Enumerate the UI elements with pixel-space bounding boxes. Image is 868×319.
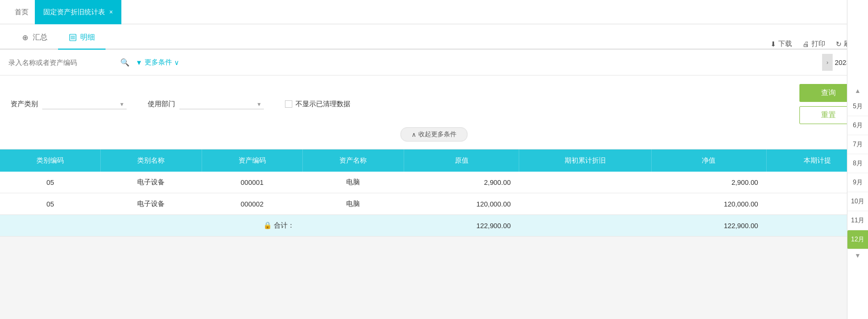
cell-category-code: 05 [0, 193, 100, 215]
collapse-bar: ∧ 收起更多条件 [11, 124, 857, 145]
checkbox-icon [285, 100, 292, 108]
toolbar-right: ⬇ 下载 🖨 打印 ↻ 刷新 [770, 39, 857, 49]
cell-asset-name: 电脑 [303, 172, 404, 193]
print-icon: 🖨 [803, 40, 809, 48]
hide-cleared-checkbox[interactable]: 不显示已清理数据 [285, 99, 350, 109]
tab-summary-label: 汇总 [33, 33, 47, 42]
asset-category-label: 资产类别 [11, 99, 38, 109]
table-header-row: 类别编码 类别名称 资产编码 资产名称 原值 期初累计折旧 净值 本期计提 [0, 149, 868, 172]
cell-asset-code: 000001 [202, 172, 303, 193]
top-nav: 首页 固定资产折旧统计表 × × [0, 0, 868, 24]
collapse-button[interactable]: ∧ 收起更多条件 [400, 127, 468, 142]
col-original-value: 原值 [404, 149, 519, 172]
download-button[interactable]: ⬇ 下载 [770, 39, 792, 49]
col-asset-name: 资产名称 [303, 149, 404, 172]
department-filter: 使用部门 [148, 99, 264, 109]
tab-detail-label: 明细 [80, 33, 95, 42]
col-category-code: 类别编码 [0, 149, 100, 172]
month-item[interactable]: 11月 [847, 211, 869, 230]
chevron-down-icon: ∨ [174, 59, 179, 67]
active-tab-label: 固定资产折旧统计表 [43, 7, 105, 17]
total-net-value: 122,900.00 [651, 215, 767, 237]
month-item[interactable]: 6月 [847, 116, 869, 135]
cell-initial-depreciation [519, 172, 651, 193]
tab-detail[interactable]: 明细 [58, 26, 106, 50]
right-sidebar: ▲ 5月6月7月8月9月10月11月12月 ▼ [847, 0, 868, 319]
department-select[interactable] [179, 99, 264, 109]
col-category-name: 类别名称 [100, 149, 202, 172]
total-icon: 🔒 [263, 221, 272, 229]
cell-category-code: 05 [0, 172, 100, 193]
table-row: 05 电子设备 000002 电脑 120,000.00 120,000.00 [0, 193, 868, 215]
search-input[interactable] [8, 59, 114, 67]
asset-category-select[interactable] [42, 99, 127, 109]
search-icon: 🔍 [120, 58, 129, 67]
print-button[interactable]: 🖨 打印 [803, 39, 825, 49]
col-net-value: 净值 [651, 149, 767, 172]
total-initial-depreciation [519, 215, 651, 237]
refresh-icon: ↻ [836, 40, 842, 48]
month-item[interactable]: 7月 [847, 135, 869, 154]
asset-category-filter: 资产类别 [11, 99, 127, 109]
cell-net-value: 120,000.00 [651, 193, 767, 215]
month-item[interactable]: 8月 [847, 154, 869, 173]
data-table: 类别编码 类别名称 资产编码 资产名称 原值 期初累计折旧 净值 本期计提 05… [0, 149, 868, 237]
scroll-up-icon[interactable]: ▲ [847, 85, 869, 97]
total-asset-name [303, 215, 404, 237]
cell-net-value: 2,900.00 [651, 172, 767, 193]
cell-original-value: 2,900.00 [404, 172, 519, 193]
home-tab[interactable]: 首页 [8, 7, 35, 17]
filter-icon: ▼ [136, 59, 142, 67]
table-wrap: 类别编码 类别名称 资产编码 资产名称 原值 期初累计折旧 净值 本期计提 05… [0, 149, 868, 319]
summary-icon: ⊕ [21, 33, 30, 42]
total-label: 🔒合计： [0, 215, 303, 237]
cell-original-value: 120,000.00 [404, 193, 519, 215]
cell-asset-code: 000002 [202, 193, 303, 215]
more-filter-button[interactable]: ▼ 更多条件 ∨ [136, 58, 179, 67]
sub-tabs-bar: ⊕ 汇总 明细 ⬇ 下载 🖨 打印 ↻ 刷新 [0, 24, 868, 50]
table-row: 05 电子设备 000001 电脑 2,900.00 2,900.00 [0, 172, 868, 193]
search-bar: 🔍 ▼ 更多条件 ∨ › 2023.01 [0, 50, 868, 76]
total-original-value: 122,900.00 [404, 215, 519, 237]
collapse-icon: ∧ [412, 131, 416, 138]
close-tab-icon[interactable]: × [109, 8, 113, 16]
table-body: 05 电子设备 000001 电脑 2,900.00 2,900.00 05 电… [0, 172, 868, 237]
cell-asset-name: 电脑 [303, 193, 404, 215]
active-tab: 固定资产折旧统计表 × [35, 0, 121, 24]
month-item[interactable]: 10月 [847, 192, 869, 211]
cell-category-name: 电子设备 [100, 193, 202, 215]
scroll-down-icon[interactable]: ▼ [847, 249, 869, 262]
date-nav-arrow[interactable]: › [822, 54, 833, 71]
total-row: 🔒合计： 122,900.00 122,900.00 [0, 215, 868, 237]
detail-icon [69, 33, 77, 42]
department-label: 使用部门 [148, 99, 175, 109]
hide-cleared-label: 不显示已清理数据 [295, 99, 350, 109]
col-initial-depreciation: 期初累计折旧 [519, 149, 651, 172]
month-item[interactable]: 5月 [847, 97, 869, 116]
filter-row: 资产类别 使用部门 不显示已清理数据 查询 重置 [11, 84, 857, 124]
tab-summary[interactable]: ⊕ 汇总 [11, 26, 58, 50]
col-asset-code: 资产编码 [202, 149, 303, 172]
download-icon: ⬇ [770, 40, 776, 48]
month-item[interactable]: 9月 [847, 173, 869, 192]
cell-initial-depreciation [519, 193, 651, 215]
filter-area: 资产类别 使用部门 不显示已清理数据 查询 重置 ∧ [0, 76, 868, 149]
month-list: 5月6月7月8月9月10月11月12月 [847, 97, 869, 249]
cell-category-name: 电子设备 [100, 172, 202, 193]
month-item[interactable]: 12月 [847, 230, 869, 249]
